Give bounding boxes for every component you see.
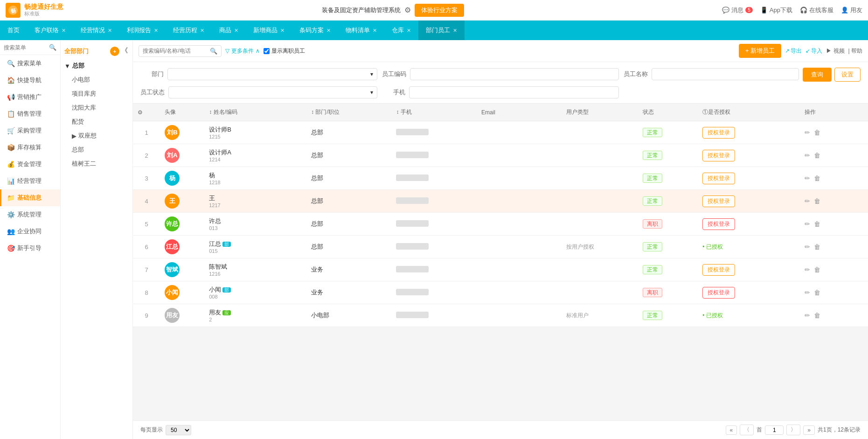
sidebar-item-guide[interactable]: 🎯 新手引导 xyxy=(0,240,60,257)
dept-item-shuangzuo[interactable]: ▶ 双座想 xyxy=(61,129,132,143)
delete-button[interactable]: 🗑 xyxy=(814,312,820,319)
dept-item-project[interactable]: 项目库房 xyxy=(61,87,132,101)
collapse-dept-button[interactable]: 《 xyxy=(121,47,128,56)
filter-dept-select[interactable]: ▾ xyxy=(167,68,377,80)
online-service-button[interactable]: 🎧 在线客服 xyxy=(800,6,833,14)
edit-button[interactable]: ✏ xyxy=(805,266,810,273)
show-resigned-input[interactable] xyxy=(264,48,270,54)
sidebar-item-marketing[interactable]: 📢 营销推广 xyxy=(0,89,60,105)
add-dept-button[interactable]: + xyxy=(110,47,119,56)
edit-button[interactable]: ✏ xyxy=(805,129,810,136)
edit-button[interactable]: ✏ xyxy=(805,152,810,159)
settings-button[interactable]: ⚙ xyxy=(404,6,411,14)
sidebar-item-operation[interactable]: 📊 经营管理 xyxy=(0,173,60,189)
sidebar-item-purchase[interactable]: 🛒 采购管理 xyxy=(0,122,60,139)
tab-customer[interactable]: 客户联络 ✕ xyxy=(27,21,73,40)
messages-button[interactable]: 💬 消息 5 xyxy=(722,6,753,14)
sidebar-item-nav[interactable]: 🏠 快捷导航 xyxy=(0,72,60,89)
auth-button[interactable]: 授权登录 xyxy=(702,173,735,184)
tab-operation-close[interactable]: ✕ xyxy=(108,21,112,40)
auth-button-resigned[interactable]: 授权登录 xyxy=(702,287,735,299)
tab-employees-close[interactable]: ✕ xyxy=(453,21,457,40)
delete-button[interactable]: 🗑 xyxy=(814,243,820,251)
help-button[interactable]: | 帮助 xyxy=(848,47,862,55)
tab-profit[interactable]: 利润报告 ✕ xyxy=(119,21,166,40)
sidebar-item-system[interactable]: ⚙️ 系统管理 xyxy=(0,206,60,223)
tab-process-close[interactable]: ✕ xyxy=(200,21,204,40)
sidebar-item-finance[interactable]: 💰 资金管理 xyxy=(0,156,60,173)
export-button[interactable]: ↗ 导出 xyxy=(785,47,802,55)
tab-barcode[interactable]: 条码方案 ✕ xyxy=(292,21,338,40)
employee-search-input[interactable] xyxy=(143,48,208,54)
tab-add-goods[interactable]: 新增商品 ✕ xyxy=(246,21,292,40)
dept-item-xiaodian[interactable]: 小电部 xyxy=(61,73,132,87)
col-phone-header[interactable]: ↕ 手机 xyxy=(391,104,476,121)
tab-goods-close[interactable]: ✕ xyxy=(234,21,238,40)
filter-status-select[interactable]: ▾ xyxy=(168,86,377,98)
tab-bom-close[interactable]: ✕ xyxy=(373,21,377,40)
tab-bom[interactable]: 物料清单 ✕ xyxy=(338,21,384,40)
tab-warehouse[interactable]: 仓库 ✕ xyxy=(384,21,418,40)
delete-button[interactable]: 🗑 xyxy=(814,289,820,296)
edit-button[interactable]: ✏ xyxy=(805,243,810,251)
tab-add-goods-close[interactable]: ✕ xyxy=(280,21,285,40)
tab-warehouse-close[interactable]: ✕ xyxy=(407,21,411,40)
next-page-button[interactable]: 〉 xyxy=(786,425,800,435)
auth-button[interactable]: 授权登录 xyxy=(702,264,735,276)
more-filter-button[interactable]: ▽ 更多条件 ∧ xyxy=(225,47,260,55)
video-button[interactable]: ▶ 视频 xyxy=(826,47,844,55)
tab-home[interactable]: 首页 xyxy=(0,21,27,40)
tab-employees[interactable]: 部门员工 ✕ xyxy=(418,21,465,40)
first-page-button[interactable]: « xyxy=(726,425,737,435)
prev-page-button[interactable]: 〈 xyxy=(740,425,754,435)
sidebar-search-input[interactable] xyxy=(4,44,47,51)
experience-button[interactable]: 体验行业方案 xyxy=(415,4,464,17)
filter-empname-input[interactable] xyxy=(652,68,799,80)
user-menu[interactable]: 👤 用友 xyxy=(841,6,862,14)
filter-empcode-input[interactable] xyxy=(410,68,619,80)
show-resigned-checkbox[interactable]: 显示离职员工 xyxy=(264,47,305,55)
filter-settings-button[interactable]: 设置 xyxy=(834,68,861,82)
filter-phone-input[interactable] xyxy=(409,86,619,98)
page-number-input[interactable] xyxy=(765,425,784,435)
dept-item-shenyang[interactable]: 沈阳大库 xyxy=(61,101,132,115)
app-download-button[interactable]: 📱 App下载 xyxy=(760,6,792,14)
search-button[interactable]: 查询 xyxy=(803,68,832,82)
tab-operation[interactable]: 经营情况 ✕ xyxy=(73,21,119,40)
delete-button[interactable]: 🗑 xyxy=(814,129,820,136)
edit-button[interactable]: ✏ xyxy=(805,197,810,205)
auth-button-resigned[interactable]: 授权登录 xyxy=(702,218,735,230)
tab-customer-close[interactable]: ✕ xyxy=(62,21,66,40)
edit-button[interactable]: ✏ xyxy=(805,220,810,228)
sidebar-item-basic[interactable]: 📁 基础信息 xyxy=(0,189,60,206)
last-page-button[interactable]: » xyxy=(803,425,815,435)
delete-button[interactable]: 🗑 xyxy=(814,174,820,182)
dept-item-head2[interactable]: 总部 xyxy=(61,143,132,157)
add-employee-button[interactable]: + 新增员工 xyxy=(739,44,781,58)
tab-process[interactable]: 经营历程 ✕ xyxy=(166,21,212,40)
edit-button[interactable]: ✏ xyxy=(805,289,810,296)
delete-button[interactable]: 🗑 xyxy=(814,197,820,205)
sidebar-item-collab[interactable]: 👥 企业协同 xyxy=(0,223,60,240)
tab-profit-close[interactable]: ✕ xyxy=(154,21,158,40)
col-name-header[interactable]: ↕ 姓名/编码 xyxy=(204,104,306,121)
edit-button[interactable]: ✏ xyxy=(805,174,810,182)
dept-item-peihu[interactable]: 配货 xyxy=(61,115,132,129)
auth-button[interactable]: 授权登录 xyxy=(702,150,735,161)
auth-button[interactable]: 授权登录 xyxy=(702,127,735,139)
dept-item-zhishu[interactable]: 植树王二 xyxy=(61,157,132,171)
per-page-select[interactable]: 50 20 100 xyxy=(166,425,191,435)
delete-button[interactable]: 🗑 xyxy=(814,266,820,273)
tab-goods[interactable]: 商品 ✕ xyxy=(212,21,246,40)
edit-button[interactable]: ✏ xyxy=(805,312,810,319)
delete-button[interactable]: 🗑 xyxy=(814,152,820,159)
sidebar-item-sales[interactable]: 📋 销售管理 xyxy=(0,105,60,122)
auth-button[interactable]: 授权登录 xyxy=(702,195,735,207)
import-button[interactable]: ↙ 导入 xyxy=(806,47,822,55)
delete-button[interactable]: 🗑 xyxy=(814,220,820,228)
col-dept-header[interactable]: ↕ 部门/职位 xyxy=(306,104,391,121)
dept-head-office[interactable]: ▼ 总部 xyxy=(61,59,132,73)
sidebar-item-search[interactable]: 🔍 搜索菜单 xyxy=(0,55,60,72)
sidebar-item-inventory[interactable]: 📦 库存核算 xyxy=(0,139,60,156)
tab-barcode-close[interactable]: ✕ xyxy=(326,21,331,40)
